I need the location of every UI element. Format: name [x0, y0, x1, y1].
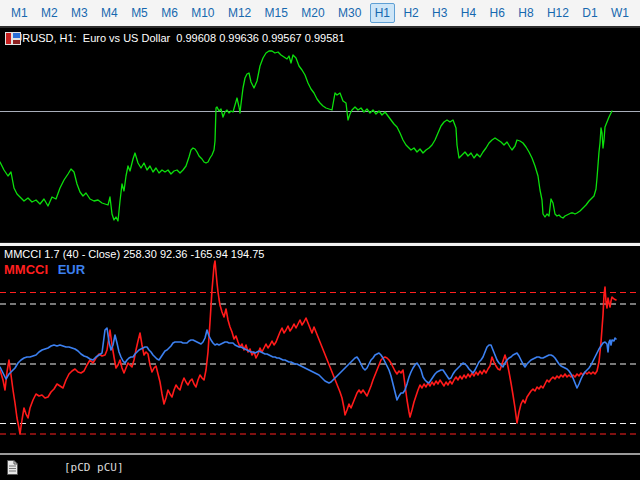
timeframe-button-m5[interactable]: M5 — [126, 3, 153, 23]
timeframe-button-m20[interactable]: M20 — [296, 3, 329, 23]
indicator-legend: MMCCI EUR — [4, 262, 85, 277]
timeframe-button-m4[interactable]: M4 — [96, 3, 123, 23]
status-bar: [pCD pCU] — [0, 455, 640, 480]
chart-title-bar: EURUSD, H1: Euro vs US Dollar 0.99608 0.… — [0, 28, 640, 48]
indicator-chart-svg[interactable] — [0, 246, 640, 453]
timeframe-button-m6[interactable]: M6 — [156, 3, 183, 23]
status-text: [pCD pCU] — [64, 461, 124, 474]
timeframe-button-m10[interactable]: M10 — [186, 3, 219, 23]
timeframe-button-m3[interactable]: M3 — [66, 3, 93, 23]
chart-window-icon — [5, 32, 21, 45]
timeframe-button-m30[interactable]: M30 — [333, 3, 366, 23]
legend-mmcci-label: MMCCI — [4, 262, 48, 277]
chart-title-text: EURUSD, H1: Euro vs US Dollar 0.99608 0.… — [7, 32, 345, 44]
legend-eur-label: EUR — [58, 262, 85, 277]
timeframe-button-h1[interactable]: H1 — [370, 3, 395, 23]
series-line-mmcci — [0, 261, 616, 434]
price-chart-svg[interactable] — [0, 48, 640, 242]
trading-terminal-window: M1M2M3M4M5M6M10M12M15M20M30H1H2H3H4H6H8H… — [0, 0, 640, 480]
timeframe-button-h3[interactable]: H3 — [427, 3, 452, 23]
indicator-title: MMCCI 1.7 (40 - Close) 258.30 92.36 -165… — [4, 248, 264, 260]
timeframe-button-h4[interactable]: H4 — [456, 3, 481, 23]
timeframe-button-h8[interactable]: H8 — [513, 3, 538, 23]
document-icon — [6, 460, 18, 475]
timeframe-button-m2[interactable]: M2 — [36, 3, 63, 23]
timeframe-toolbar: M1M2M3M4M5M6M10M12M15M20M30H1H2H3H4H6H8H… — [0, 0, 640, 28]
series-line-eurusd — [0, 51, 612, 221]
timeframe-button-m12[interactable]: M12 — [223, 3, 256, 23]
timeframe-button-m1[interactable]: M1 — [6, 3, 33, 23]
timeframe-button-w1[interactable]: W1 — [606, 3, 634, 23]
timeframe-button-h2[interactable]: H2 — [398, 3, 423, 23]
timeframe-button-d1[interactable]: D1 — [577, 3, 602, 23]
timeframe-button-h12[interactable]: H12 — [542, 3, 574, 23]
timeframe-button-h6[interactable]: H6 — [485, 3, 510, 23]
timeframe-button-m15[interactable]: M15 — [260, 3, 293, 23]
